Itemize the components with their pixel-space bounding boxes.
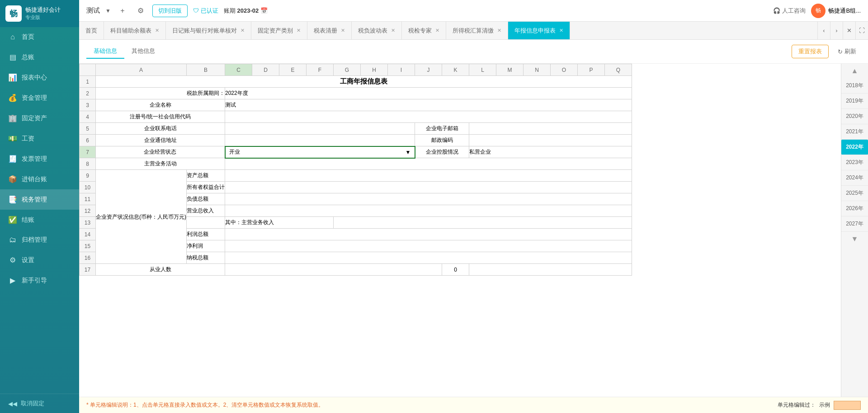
sidebar-item-ledger[interactable]: ▤ 总账 bbox=[0, 47, 79, 67]
tab-taxwave[interactable]: 税负波动表 ✕ bbox=[352, 22, 402, 39]
sidebar-item-settle[interactable]: ✅ 结账 bbox=[0, 210, 79, 230]
sheet-tab-basic[interactable]: 基础信息 bbox=[86, 44, 124, 59]
year-panel: ▲ 2018年 2019年 2020年 2021年 2022年 2023年 20… bbox=[841, 64, 868, 397]
year-item-2021[interactable]: 2021年 bbox=[841, 124, 868, 140]
tab-close-all-btn[interactable]: ✕ bbox=[843, 22, 855, 40]
tab-prev-btn[interactable]: ‹ bbox=[817, 22, 830, 40]
cell-company-value[interactable]: 测试 bbox=[225, 99, 632, 111]
tab-taxform[interactable]: 税表清册 ✕ bbox=[307, 22, 352, 39]
topbar-settings-btn[interactable]: ⚙ bbox=[134, 5, 147, 17]
sidebar-item-invoice[interactable]: 🧾 发票管理 bbox=[0, 149, 79, 169]
tab-yearreport[interactable]: 年报信息申报表 ✕ bbox=[508, 22, 570, 39]
tab-fixed[interactable]: 固定资产类别 ✕ bbox=[251, 22, 307, 39]
year-panel-down[interactable]: ▼ bbox=[841, 232, 868, 246]
cell-bizstatus-dropdown[interactable]: 开业 ▼ bbox=[225, 146, 415, 158]
refresh-button[interactable]: ↻ 刷新 bbox=[833, 45, 861, 58]
sidebar-item-guide[interactable]: ▶ 新手引导 bbox=[0, 270, 79, 291]
cell-employees-value[interactable]: 0 bbox=[442, 264, 469, 276]
sidebar-item-report[interactable]: 📊 报表中心 bbox=[0, 67, 79, 88]
refresh-icon: ↻ bbox=[838, 48, 843, 55]
cell-equity-value[interactable] bbox=[225, 182, 632, 193]
switch-version-button[interactable]: 切到旧版 bbox=[152, 5, 188, 17]
sidebar-item-tax[interactable]: 📑 税务管理 bbox=[0, 189, 79, 210]
spreadsheet-wrapper[interactable]: A B C D E F G H I J K L bbox=[79, 64, 841, 397]
tab-close-icon[interactable]: ✕ bbox=[297, 28, 301, 33]
sidebar-unpin[interactable]: ◀◀ 取消固定 bbox=[0, 394, 79, 413]
tab-expand-btn[interactable]: ⛶ bbox=[855, 22, 868, 40]
sidebar-nav: ⌂ 首页 ▤ 总账 📊 报表中心 💰 资金管理 🏢 固定资产 💵 工资 🧾 发票… bbox=[0, 27, 79, 394]
cell-mainbiz-value[interactable] bbox=[225, 158, 632, 170]
topbar-service[interactable]: 🎧 人工咨询 bbox=[773, 7, 806, 15]
cell-employees-extra[interactable] bbox=[469, 264, 632, 276]
year-item-2018[interactable]: 2018年 bbox=[841, 78, 868, 94]
cell-profit-value[interactable] bbox=[225, 229, 632, 240]
year-item-2027[interactable]: 2027年 bbox=[841, 216, 868, 232]
cell-debt-value[interactable] bbox=[225, 193, 632, 205]
cell-tax-value[interactable] bbox=[225, 252, 632, 264]
sheet-tab-other[interactable]: 其他信息 bbox=[124, 44, 162, 59]
tab-close-icon[interactable]: ✕ bbox=[391, 28, 395, 33]
cell-employees-empty[interactable] bbox=[225, 264, 442, 276]
year-item-2026[interactable]: 2026年 bbox=[841, 201, 868, 216]
tab-aux[interactable]: 科目辅助余额表 ✕ bbox=[104, 22, 166, 39]
year-panel-up[interactable]: ▲ bbox=[841, 64, 868, 78]
topbar: 测试 ▼ + ⚙ 切到旧版 🛡 已认证 账期 2023-02 📅 🎧 人工咨询 … bbox=[79, 0, 868, 22]
tab-label: 科目辅助余额表 bbox=[110, 27, 151, 35]
cell-postcode-value[interactable] bbox=[469, 135, 632, 146]
tab-home[interactable]: 首页 bbox=[79, 22, 104, 39]
row-header: 15 bbox=[80, 240, 96, 252]
tab-next-btn[interactable]: › bbox=[830, 22, 843, 40]
topbar-user[interactable]: 畅 畅捷通B组... bbox=[811, 4, 861, 18]
cell-regnum-value[interactable] bbox=[225, 111, 632, 123]
year-item-2022[interactable]: 2022年 bbox=[841, 140, 868, 155]
sidebar-item-home[interactable]: ⌂ 首页 bbox=[0, 27, 79, 47]
cell-period-value[interactable]: 2022年度 bbox=[225, 88, 632, 99]
cell-phone-value[interactable] bbox=[225, 123, 415, 135]
cell-period-label: 税款所属期间： bbox=[96, 88, 225, 99]
topbar-dropdown[interactable]: ▼ bbox=[105, 8, 111, 14]
dropdown-arrow-icon[interactable]: ▼ bbox=[406, 149, 411, 155]
cell-profit-label: 利润总额 bbox=[187, 229, 225, 240]
app-logo-icon: 畅 bbox=[5, 5, 22, 22]
cell-title[interactable]: 工商年报信息表 bbox=[96, 76, 632, 88]
sidebar-item-inout[interactable]: 📦 进销台账 bbox=[0, 169, 79, 189]
year-item-2020[interactable]: 2020年 bbox=[841, 109, 868, 124]
cell-revenue-value[interactable] bbox=[225, 205, 632, 217]
year-item-2019[interactable]: 2019年 bbox=[841, 94, 868, 109]
cell-address-label: 企业通信地址 bbox=[96, 135, 225, 146]
tab-close-icon[interactable]: ✕ bbox=[435, 28, 439, 33]
cell-address-value[interactable] bbox=[225, 135, 415, 146]
cell-netprofit-value[interactable] bbox=[225, 240, 632, 252]
tab-close-icon[interactable]: ✕ bbox=[155, 28, 159, 33]
cell-email-value[interactable] bbox=[469, 123, 632, 135]
row-header: 11 bbox=[80, 193, 96, 205]
year-item-2023[interactable]: 2023年 bbox=[841, 155, 868, 170]
tab-close-icon[interactable]: ✕ bbox=[497, 28, 501, 33]
row-header: 3 bbox=[80, 99, 96, 111]
year-item-2024[interactable]: 2024年 bbox=[841, 170, 868, 186]
calendar-icon[interactable]: 📅 bbox=[260, 7, 268, 14]
tab-label: 税检专家 bbox=[408, 27, 432, 35]
row-header: 13 bbox=[80, 217, 96, 229]
sidebar-item-settings[interactable]: ⚙ 设置 bbox=[0, 250, 79, 270]
cell-holding-label: 企业控股情况 bbox=[415, 146, 469, 158]
sidebar-item-fixed[interactable]: 🏢 固定资产 bbox=[0, 108, 79, 128]
cell-assets-value[interactable] bbox=[225, 170, 632, 182]
tab-close-icon[interactable]: ✕ bbox=[341, 28, 345, 33]
year-item-2025[interactable]: 2025年 bbox=[841, 186, 868, 201]
cell-phone-label: 企业联系电话 bbox=[96, 123, 225, 135]
tab-incometax[interactable]: 所得税汇算清缴 ✕ bbox=[446, 22, 508, 39]
sidebar-item-archive[interactable]: 🗂 归档管理 bbox=[0, 230, 79, 250]
cell-mainbiz-label: 主营业务活动 bbox=[96, 158, 225, 170]
cell-mainrevenue-value[interactable] bbox=[334, 217, 632, 229]
cell-holding-value[interactable]: 私营企业 bbox=[469, 146, 632, 158]
topbar-add-btn[interactable]: + bbox=[116, 5, 129, 17]
sidebar-item-funds[interactable]: 💰 资金管理 bbox=[0, 88, 79, 108]
tab-taxcheck[interactable]: 税检专家 ✕ bbox=[402, 22, 446, 39]
tab-close-icon[interactable]: ✕ bbox=[559, 28, 563, 33]
reset-button[interactable]: 重置报表 bbox=[792, 45, 829, 58]
sidebar-item-salary[interactable]: 💵 工资 bbox=[0, 128, 79, 149]
tab-journal[interactable]: 日记账与银行对账单核对 ✕ bbox=[166, 22, 251, 39]
tab-close-icon[interactable]: ✕ bbox=[241, 28, 245, 33]
cell-revenue-label: 营业总收入 bbox=[187, 205, 225, 217]
